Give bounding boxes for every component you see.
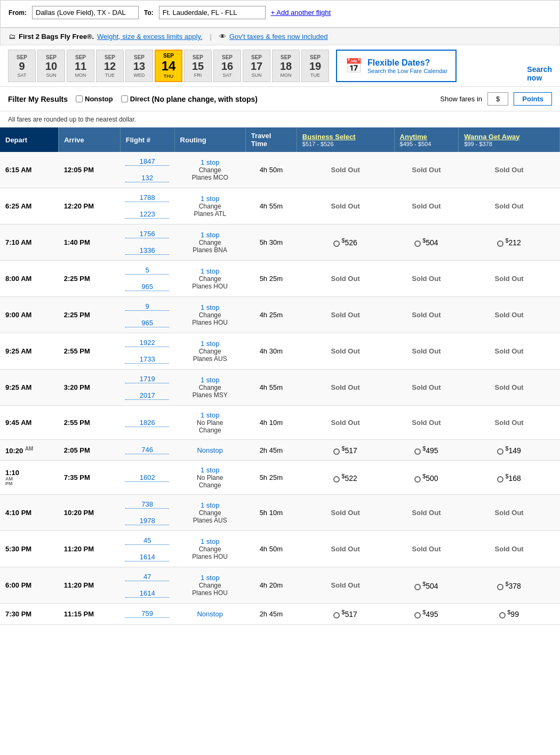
search-now-button[interactable]: Searchnow	[527, 65, 552, 82]
price-radio[interactable]	[497, 476, 503, 483]
direct-checkbox[interactable]	[121, 95, 128, 102]
flight-number-link[interactable]: 132	[125, 174, 169, 182]
flight-number-link[interactable]: 9	[125, 302, 169, 311]
price-cell: Sold Out	[394, 333, 459, 370]
price-radio[interactable]	[499, 612, 506, 619]
routing-link[interactable]: Nonstop	[197, 610, 222, 618]
flight-number-link[interactable]: 1978	[125, 517, 169, 525]
price-cell[interactable]: $500	[394, 461, 459, 495]
price-cell[interactable]: $504	[394, 567, 459, 604]
wanna-link[interactable]: Wanna Get Away	[464, 133, 519, 141]
routing-link[interactable]: 1 stop	[201, 231, 219, 239]
date-cell-18[interactable]: SEP 18 MON	[272, 50, 300, 82]
show-fares-label: Show fares in	[440, 95, 482, 103]
date-cell-10[interactable]: SEP 10 SUN	[37, 50, 65, 82]
date-cell-11[interactable]: SEP 11 MON	[67, 50, 94, 82]
flight-number-link[interactable]: 45	[125, 536, 169, 545]
price-cell[interactable]: $526	[297, 224, 394, 261]
routing-link[interactable]: 1 stop	[201, 158, 219, 166]
flight-numbers: 17881223	[120, 188, 174, 224]
price-radio[interactable]	[333, 612, 340, 619]
price-radio[interactable]	[497, 584, 503, 590]
routing-link[interactable]: 1 stop	[201, 537, 219, 545]
tax-link[interactable]: Gov't taxes & fees now included	[229, 33, 328, 41]
flight-number-link[interactable]: 965	[125, 319, 169, 327]
price-cell[interactable]: $495	[394, 604, 459, 624]
routing-link[interactable]: 1 stop	[201, 195, 219, 203]
routing-link[interactable]: 1 stop	[201, 340, 219, 348]
price-radio[interactable]	[497, 240, 503, 247]
flight-number-link[interactable]: 965	[125, 283, 169, 291]
flight-number-link[interactable]: 47	[125, 573, 169, 581]
add-flight-link[interactable]: + Add another flight	[271, 9, 331, 17]
price-cell: Sold Out	[459, 261, 560, 297]
bag-limits-link[interactable]: Weight, size & excess limits apply.	[97, 33, 202, 41]
flight-number-link[interactable]: 1223	[125, 210, 169, 219]
flight-number-link[interactable]: 1336	[125, 246, 169, 255]
price-cell[interactable]: $522	[297, 461, 394, 495]
routing-link[interactable]: 1 stop	[201, 411, 219, 419]
date-cell-13[interactable]: SEP 13 WED	[125, 50, 153, 82]
flight-number-link[interactable]: 1826	[125, 419, 169, 427]
price-radio[interactable]	[414, 240, 421, 247]
price-cell: Sold Out	[394, 531, 459, 567]
routing-link[interactable]: 1 stop	[201, 574, 219, 582]
date-cell-14[interactable]: SEP 14 THU	[155, 50, 182, 82]
price-radio[interactable]	[414, 448, 421, 455]
flight-number-link[interactable]: 1602	[125, 473, 169, 482]
price-radio[interactable]	[333, 476, 340, 483]
flight-number-link[interactable]: 1847	[125, 157, 169, 166]
flight-number-link[interactable]: 759	[125, 609, 169, 618]
price-cell[interactable]: $517	[297, 604, 394, 624]
business-select-link[interactable]: Business Select	[302, 133, 356, 141]
flight-number-link[interactable]: 2017	[125, 391, 169, 400]
date-cell-19[interactable]: SEP 19 TUE	[301, 50, 329, 82]
flexible-dates-box[interactable]: 📅 Flexible Dates? Search the Low Fare Ca…	[336, 50, 457, 82]
price-cell[interactable]: $149	[459, 440, 560, 461]
flight-number-link[interactable]: 5	[125, 266, 169, 275]
flight-number-link[interactable]: 746	[125, 446, 169, 454]
date-cell-17[interactable]: SEP 17 SUN	[243, 50, 270, 82]
date-cell-9[interactable]: SEP 9 SAT	[8, 50, 36, 82]
routing-cell: 1 stopChangePlanes HOU	[174, 297, 245, 333]
flight-number-link[interactable]: 1922	[125, 339, 169, 347]
flight-number-link[interactable]: 738	[125, 500, 169, 509]
anytime-link[interactable]: Anytime	[400, 133, 427, 141]
routing-link[interactable]: 1 stop	[201, 501, 219, 509]
nonstop-checkbox[interactable]	[76, 95, 83, 102]
price-radio[interactable]	[333, 448, 340, 455]
price-radio[interactable]	[414, 584, 421, 590]
price-cell[interactable]: $517	[297, 440, 394, 461]
from-input[interactable]	[32, 6, 139, 19]
price-cell[interactable]: $378	[459, 567, 560, 604]
routing-link[interactable]: 1 stop	[201, 376, 219, 384]
price-radio[interactable]	[414, 612, 421, 619]
flight-number-link[interactable]: 1756	[125, 230, 169, 238]
date-cell-12[interactable]: SEP 12 TUE	[96, 50, 124, 82]
price-cell[interactable]: $168	[459, 461, 560, 495]
date-cell-15[interactable]: SEP 15 FRI	[184, 50, 212, 82]
depart-header: Depart	[0, 127, 59, 152]
flight-number-link[interactable]: 1614	[125, 553, 169, 561]
flight-number-link[interactable]: 1788	[125, 194, 169, 202]
points-button[interactable]: Points	[514, 92, 552, 106]
price-cell[interactable]: $504	[394, 224, 459, 261]
routing-link[interactable]: Nonstop	[197, 446, 222, 454]
flight-number-link[interactable]: 1614	[125, 589, 169, 598]
price-cell: Sold Out	[297, 297, 394, 333]
dollar-button[interactable]: $	[487, 92, 508, 106]
to-input[interactable]	[159, 6, 266, 19]
flight-number-link[interactable]: 1733	[125, 355, 169, 364]
flight-number-link[interactable]: 1719	[125, 375, 169, 383]
price-cell[interactable]: $495	[394, 440, 459, 461]
price-radio[interactable]	[333, 240, 340, 247]
routing-link[interactable]: 1 stop	[201, 303, 219, 311]
price-cell[interactable]: $99	[459, 604, 560, 624]
price-radio[interactable]	[414, 476, 421, 483]
date-cell-16[interactable]: SEP 16 SAT	[213, 50, 241, 82]
price-cell[interactable]: $212	[459, 224, 560, 261]
routing-link[interactable]: 1 stop	[201, 466, 219, 474]
routing-cell: 1 stopChangePlanes MCO	[174, 152, 245, 188]
routing-link[interactable]: 1 stop	[201, 267, 219, 275]
price-radio[interactable]	[497, 448, 503, 455]
